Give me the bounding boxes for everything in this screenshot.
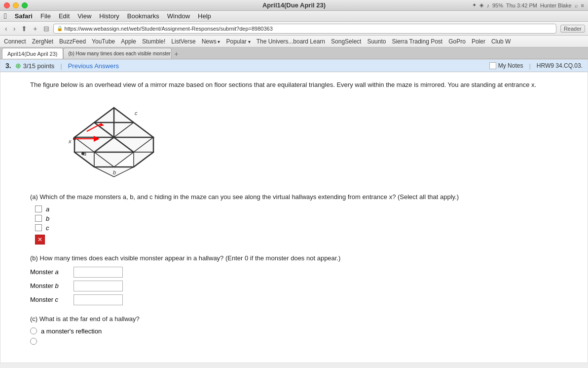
- svg-point-27: [81, 152, 84, 155]
- bookmark-youtube[interactable]: YouTube: [92, 38, 115, 45]
- bookmark-sierra[interactable]: Sierra Trading Post: [392, 38, 442, 45]
- checkbox-item-c: c: [35, 224, 558, 232]
- menu-bar:  Safari File Edit View History Bookmark…: [0, 11, 588, 22]
- file-menu[interactable]: File: [40, 12, 51, 20]
- question-number: 3.: [5, 62, 11, 70]
- address-bar[interactable]: 🔒 https://www.webassign.net/web/Student/…: [53, 24, 556, 34]
- help-menu[interactable]: Help: [198, 12, 211, 20]
- divider: |: [60, 62, 62, 70]
- apple-menu[interactable]: : [4, 12, 7, 21]
- safari-menu[interactable]: Safari: [15, 12, 33, 20]
- part-c-question: (c) What is at the far end of a hallway?: [30, 315, 558, 323]
- new-tab-button[interactable]: +: [31, 24, 39, 34]
- checkbox-c[interactable]: [35, 224, 42, 231]
- bookmarks-menu[interactable]: Bookmarks: [127, 12, 159, 20]
- part-c-section: (c) What is at the far end of a hallway?…: [30, 315, 558, 345]
- bookmark-suunto[interactable]: Suunto: [367, 38, 386, 45]
- bluetooth-icon: ✦: [472, 2, 477, 8]
- bookmark-gopro[interactable]: GoPro: [448, 38, 466, 45]
- bookmark-news[interactable]: News: [202, 38, 220, 45]
- tab-april14[interactable]: April14(Due April 23): [2, 48, 63, 59]
- question-header-right: My Notes | HRW9 34.CQ.03.: [489, 62, 583, 70]
- hrw-code: HRW9 34.CQ.03.: [537, 62, 583, 69]
- new-tab-button[interactable]: +: [172, 49, 182, 59]
- part-a-question: (a) Which of the maze monsters a, b, and…: [30, 193, 558, 201]
- bookmark-clubw[interactable]: Club W: [491, 38, 511, 45]
- content-wrapper: 3. ⊕ 3/15 points | Previous Answers My N…: [0, 59, 588, 368]
- bookmark-poler[interactable]: Poler: [472, 38, 485, 45]
- url-text: https://www.webassign.net/web/Student/As…: [65, 26, 553, 32]
- previous-answers-link[interactable]: Previous Answers: [68, 62, 119, 70]
- radio-item-2: [30, 338, 558, 345]
- monster-c-row: Monster c: [30, 294, 558, 305]
- label-x: x: [68, 138, 72, 144]
- checkbox-label-c: c: [46, 224, 49, 232]
- maximize-button[interactable]: [22, 2, 28, 8]
- edit-menu[interactable]: Edit: [59, 12, 70, 20]
- checkbox-item-b: b: [35, 215, 558, 222]
- question-header: 3. ⊕ 3/15 points | Previous Answers My N…: [0, 60, 588, 72]
- tab-bar: April14(Due April 23) (b) How many times…: [0, 47, 588, 59]
- maze-svg: c x a b: [60, 98, 168, 182]
- bookmark-songselect[interactable]: SongSelect: [331, 38, 361, 45]
- checkbox-a[interactable]: [35, 205, 42, 212]
- forward-button[interactable]: ›: [11, 24, 18, 34]
- checkbox-label-b: b: [46, 215, 49, 222]
- bookmark-apple[interactable]: Apple: [121, 38, 136, 45]
- view-menu[interactable]: View: [77, 12, 91, 20]
- system-icons: ✦ ◈ ♪ 95% Thu 3:42 PM Hunter Blake ⌕ ≡: [472, 2, 584, 8]
- bookmark-zergnet[interactable]: ZergNet: [32, 38, 53, 45]
- monster-a-input[interactable]: [74, 267, 123, 278]
- bookmarks-bar: Connect ZergNet BuzzFeed YouTube Apple S…: [0, 36, 588, 47]
- time-display: Thu 3:42 PM: [506, 2, 537, 8]
- radio-option-2[interactable]: [30, 338, 37, 345]
- bookmarks-button[interactable]: ⊟: [41, 24, 51, 34]
- bookmark-univers-learn[interactable]: The Univers...board Learn: [257, 38, 325, 45]
- plus-icon: ⊕: [15, 62, 21, 70]
- my-notes-checkbox[interactable]: [489, 62, 496, 69]
- radio-item-reflection: a monster's reflection: [30, 327, 558, 335]
- title-bar: April14(Due April 23) ✦ ◈ ♪ 95% Thu 3:42…: [0, 0, 588, 11]
- menu-icon[interactable]: ≡: [581, 2, 584, 8]
- user-name: Hunter Blake: [540, 2, 572, 8]
- traffic-lights[interactable]: [4, 2, 28, 8]
- bookmark-popular[interactable]: Popular: [226, 38, 250, 45]
- points-text: 3/15 points: [23, 62, 55, 70]
- window-menu[interactable]: Window: [167, 12, 190, 20]
- question-body: The figure below is an overhead view of …: [0, 72, 588, 363]
- history-menu[interactable]: History: [99, 12, 119, 20]
- delete-button[interactable]: ✕: [35, 235, 45, 245]
- my-notes-section: My Notes: [489, 62, 523, 69]
- bookmark-stumble[interactable]: Stumble!: [142, 38, 165, 45]
- question-text: The figure below is an overhead view of …: [30, 80, 558, 90]
- search-icon[interactable]: ⌕: [575, 2, 578, 8]
- label-c: c: [135, 110, 138, 116]
- window-title: April14(Due April 23): [262, 1, 326, 9]
- close-button[interactable]: [4, 2, 10, 8]
- delete-icon: ✕: [37, 236, 42, 243]
- share-button[interactable]: ⬆: [19, 24, 29, 34]
- bookmark-buzzfeed[interactable]: BuzzFeed: [59, 38, 86, 45]
- reader-button[interactable]: Reader: [560, 25, 585, 33]
- my-notes-label: My Notes: [498, 62, 523, 69]
- checkbox-b[interactable]: [35, 215, 42, 222]
- tab-monster[interactable]: (b) How many times does each visible mon…: [63, 48, 172, 59]
- monster-c-input[interactable]: [74, 294, 123, 305]
- bookmark-listverse[interactable]: ListVerse: [171, 38, 195, 45]
- monster-b-label: Monster b: [30, 282, 70, 289]
- volume-icon: ♪: [486, 2, 489, 8]
- navigation-bar: ‹ › ⬆ + ⊟ 🔒 https://www.webassign.net/we…: [0, 22, 588, 36]
- checkbox-label-a: a: [46, 205, 49, 213]
- minimize-button[interactable]: [13, 2, 19, 8]
- divider2: |: [529, 62, 530, 70]
- part-b-question: (b) How many times does each visible mon…: [30, 254, 558, 262]
- delete-container: ✕: [35, 235, 558, 245]
- back-button[interactable]: ‹: [3, 24, 9, 34]
- radio-reflection-label: a monster's reflection: [41, 327, 102, 335]
- part-b-section: (b) How many times does each visible mon…: [30, 254, 558, 305]
- bookmark-connect[interactable]: Connect: [4, 38, 26, 45]
- question-container: 3. ⊕ 3/15 points | Previous Answers My N…: [0, 59, 588, 363]
- points-badge: ⊕ 3/15 points: [15, 62, 55, 70]
- radio-reflection[interactable]: [30, 327, 37, 334]
- monster-b-input[interactable]: [74, 281, 123, 291]
